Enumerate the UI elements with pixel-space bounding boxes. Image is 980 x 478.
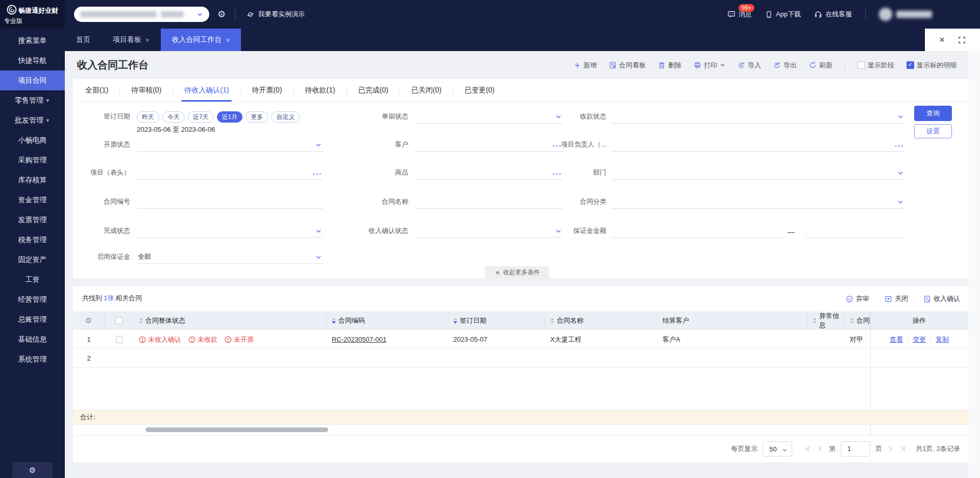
sidebar-item-operations[interactable]: 经营管理 [0,290,65,309]
status-tab-changed[interactable]: 已变更(0) [443,79,496,102]
pill-today[interactable]: 今天 [162,111,185,123]
department-select[interactable] [611,166,905,180]
header-contract-code[interactable]: 合同编码 [327,312,448,330]
pill-more[interactable]: 更多 [246,111,268,123]
sidebar-item-quick-nav[interactable]: 快捷导航 [0,51,65,70]
sidebar-item-tax[interactable]: 税务管理 [0,230,65,250]
tab-income-contract-workbench[interactable]: 收入合同工作台× [161,29,241,51]
page-number-input[interactable] [841,441,870,457]
tab-home[interactable]: 首页 [65,29,102,51]
project-manager-picker[interactable]: ··· [611,138,905,152]
sidebar-item-general-ledger[interactable]: 总账管理 [0,309,65,329]
sidebar-item-funds[interactable]: 资金管理 [0,190,65,210]
export-button[interactable]: 导出 [773,61,797,70]
sort-icon[interactable] [332,318,336,324]
change-link[interactable]: 变更 [913,335,926,344]
sidebar-item-wholesale[interactable]: 批发管理▼ [0,110,65,130]
status-tab-pending-receipt[interactable]: 待收款(1) [283,79,336,102]
header-sign-date[interactable]: 签订日期 [448,312,545,330]
prev-page-button[interactable] [817,445,824,452]
delete-button[interactable]: 删除 [658,61,681,70]
demo-link[interactable]: 我要看实例演示 [246,0,305,29]
print-button[interactable]: 打印 [694,61,725,70]
deposit-amount-max-input[interactable] [805,225,905,238]
next-page-button[interactable] [887,445,894,452]
project-header-picker[interactable]: ··· [137,166,323,180]
deposit-enable-select[interactable]: 全部 [137,251,323,264]
tab-project-board[interactable]: 项目看板× [102,29,161,51]
sidebar-item-fixed-assets[interactable]: 固定资产 [0,250,65,270]
sidebar-item-search-menu[interactable]: 搜索菜单 [0,31,65,51]
status-tab-pending-audit[interactable]: 待审核(0) [109,79,162,102]
deposit-amount-min-input[interactable] [611,225,782,238]
sort-icon[interactable] [813,318,817,324]
pill-yesterday[interactable]: 昨天 [137,111,159,123]
sort-icon[interactable] [139,318,143,324]
settings-button[interactable]: 设置 [914,124,952,138]
app-download-button[interactable]: App下载 [765,10,801,19]
status-tab-pending-income-confirm[interactable]: 待收入确认(1) [162,79,230,102]
sort-icon[interactable] [850,318,854,324]
horizontal-scrollbar[interactable] [145,427,328,432]
user-account[interactable] [879,8,932,21]
messages-button[interactable]: 消息 99+ [727,10,752,19]
close-contract-button[interactable]: 关闭 [885,294,908,303]
last-page-button[interactable] [899,445,906,452]
close-icon[interactable]: × [145,36,150,44]
close-icon[interactable]: × [226,36,230,44]
header-contract-name[interactable]: 合同名称 [545,312,657,330]
status-tab-pending-invoice[interactable]: 待开票(0) [230,79,283,102]
sidebar-item-inventory[interactable]: 库存核算 [0,170,65,190]
pill-custom[interactable]: 自定义 [271,111,300,123]
sidebar-settings-button[interactable]: ⚙ [12,462,53,478]
invoice-status-select[interactable] [137,138,323,152]
first-page-button[interactable] [804,445,812,452]
status-tab-all[interactable]: 全部(1) [84,79,109,102]
sort-icon[interactable] [453,318,457,324]
sidebar-item-payroll[interactable]: 工资 [0,270,65,290]
copy-link[interactable]: 复制 [936,335,949,344]
column-settings[interactable]: ⚙ [73,312,105,330]
import-button[interactable]: 导入 [738,61,761,70]
sidebar-item-ecommerce[interactable]: 小畅电商 [0,130,65,150]
support-button[interactable]: 在线客服 [814,10,852,19]
pill-last-month[interactable]: 近1月 [217,111,243,123]
contract-category-select[interactable] [611,196,905,209]
table-row[interactable]: 2 [73,349,968,368]
query-button[interactable]: 查询 [914,106,952,121]
header-contract-cut[interactable]: 合同 [845,312,870,330]
sidebar-item-project-contract[interactable]: 项目合同 [0,70,65,90]
per-page-select[interactable]: 50 [763,441,792,457]
view-link[interactable]: 查看 [890,335,903,344]
close-icon[interactable]: × [939,34,945,45]
collapse-more-filters[interactable]: 收起更多条件 [485,266,549,278]
header-settle-customer[interactable]: 结算客户 [657,312,807,330]
row-checkbox[interactable] [105,330,134,349]
select-all-checkbox[interactable] [105,312,134,330]
sidebar-item-basic-info[interactable]: 基础信息 [0,329,65,349]
add-button[interactable]: 新增 [574,61,597,70]
status-tab-closed[interactable]: 已关闭(0) [389,79,443,102]
gear-icon[interactable]: ⚙ [217,9,226,20]
receipt-status-select[interactable] [611,110,905,124]
refresh-button[interactable]: 刷新 [809,61,832,70]
sidebar-item-retail[interactable]: 零售管理▼ [0,90,65,110]
contract-no-input[interactable] [137,196,323,209]
show-stage-checkbox[interactable]: 显示阶段 [857,61,894,70]
date-range-value[interactable]: 2023-05-06 至 2023-06-06 [137,125,215,134]
sort-icon[interactable] [550,318,554,324]
show-detail-checkbox[interactable]: 显示标的明细 [906,61,957,70]
income-confirm-button[interactable]: 收入确认 [923,294,960,303]
sidebar-item-system[interactable]: 系统管理 [0,349,65,369]
sidebar-item-invoice[interactable]: 发票管理 [0,210,65,230]
org-select[interactable] [74,7,209,22]
status-tab-finished[interactable]: 已完成(0) [336,79,389,102]
header-contract-status[interactable]: 合同整体状态 [134,312,327,330]
fullscreen-icon[interactable] [958,36,966,44]
contract-board-button[interactable]: 合同看板 [609,61,646,70]
table-row[interactable]: 1 未收入确认 未收款 未开票 RC-20230507-001 2023-05-… [73,330,968,349]
header-abnormal-info[interactable]: 异常信息 [807,312,845,330]
pill-last7days[interactable]: 近7天 [188,111,214,123]
finish-status-select[interactable] [137,225,323,238]
contract-code-link[interactable]: RC-20230507-001 [332,336,386,343]
